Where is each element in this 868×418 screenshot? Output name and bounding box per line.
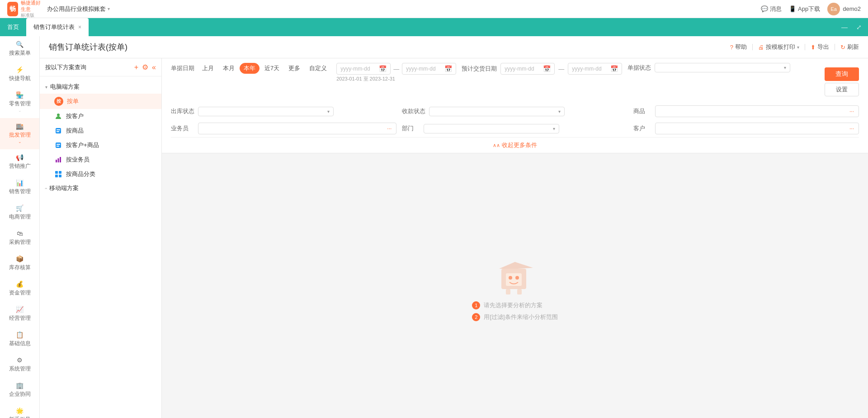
tab-close-icon[interactable]: × (78, 24, 81, 30)
tip1-num: 1 (472, 301, 480, 309)
collapse-bar[interactable]: ∧∧ 收起更多条件 (171, 137, 859, 153)
scheme-item-by-product[interactable]: 按商品 (40, 124, 161, 138)
scheme-item-by-cust-prod[interactable]: 按客户+商品 (40, 138, 161, 152)
sidebar-item-newbie[interactable]: 🌟 新手引导 (0, 403, 39, 418)
wholesale-arrow-icon: › (18, 142, 22, 143)
tab-sales-order[interactable]: 销售订单统计表 × (26, 18, 89, 36)
help-button[interactable]: ? 帮助 (730, 43, 747, 51)
date-last-month[interactable]: 上月 (198, 63, 218, 74)
message-button[interactable]: 💬 消息 (761, 5, 782, 13)
empty-state: 1 请先选择要分析的方案 2 用[过滤]条件来缩小分析范围 (162, 153, 868, 418)
scheme-item-by-order[interactable]: 按 按单 (40, 94, 161, 109)
refresh-button[interactable]: ↻ 刷新 (840, 43, 859, 51)
group-arrow-icon: ▾ (45, 85, 47, 90)
scheme-item-by-category[interactable]: 按商品分类 (40, 167, 161, 181)
sidebar-item-finance[interactable]: 💰 资金管理 (0, 276, 39, 301)
date-custom[interactable]: 自定义 (305, 63, 331, 74)
svg-rect-10 (55, 171, 58, 174)
tab-minimize-button[interactable]: — (839, 22, 850, 33)
salesperson-input[interactable]: ··· (198, 123, 396, 134)
date-from-input[interactable]: yyyy-mm-dd 📅 (336, 63, 391, 75)
tab-maximize-button[interactable]: ⤢ (854, 22, 864, 33)
payment-select[interactable]: ▾ (429, 107, 565, 116)
settings-button[interactable]: 设置 (825, 83, 859, 96)
product-more-icon[interactable]: ··· (849, 108, 854, 114)
page-actions: ? 帮助 🖨 按模板打印 ▾ ⬆ 导出 (730, 43, 859, 51)
collapse-button[interactable]: ∧∧ 收起更多条件 (493, 141, 537, 149)
svg-rect-8 (58, 158, 59, 162)
scheme-icon-by-customer (54, 112, 62, 120)
scheme-item-by-customer[interactable]: 按客户 (40, 109, 161, 124)
refresh-icon: ↻ (840, 44, 845, 51)
sidebar-item-system[interactable]: ⚙ 系统管理 (0, 352, 39, 377)
sidebar-quicknav[interactable]: ⚡ 快捷导航 (0, 62, 39, 87)
settings-scheme-button[interactable]: ⚙ (142, 63, 148, 71)
scheme-group-pc: ▾ 电脑端方案 按 按单 按客户 (40, 80, 161, 181)
logo-area: 畅 畅捷通好生意 标准版 (7, 0, 43, 18)
customer-more-icon[interactable]: ··· (849, 125, 854, 132)
add-scheme-button[interactable]: + (134, 63, 138, 71)
sidebar-item-enterprise[interactable]: 🏢 企业协同 (0, 377, 39, 403)
app-download-button[interactable]: 📱 App下载 (789, 5, 820, 13)
tab-bar-actions: — ⤢ (839, 22, 868, 33)
sidebar-item-retail[interactable]: 🏪 零售管理 › (0, 87, 39, 118)
collapse-icon: ∧∧ (493, 142, 500, 148)
template-print-button[interactable]: 🖨 按模板打印 ▾ (758, 43, 799, 51)
sidebar-item-ecommerce[interactable]: 🛒 电商管理 (0, 200, 39, 225)
divider2 (805, 44, 805, 50)
download-icon: 📱 (789, 5, 796, 12)
tab-home[interactable]: 首页 (0, 18, 26, 36)
shipment-select[interactable]: ▾ (198, 107, 334, 116)
workspace-select[interactable]: 办公用品行业模拟账套 ▾ (47, 5, 110, 13)
sidebar-item-sales[interactable]: 📊 销售管理 (0, 175, 39, 200)
svg-rect-5 (57, 144, 60, 145)
sidebar-item-operation[interactable]: 📈 经营管理 (0, 301, 39, 327)
product-input[interactable]: ··· (655, 105, 859, 117)
ecommerce-icon: 🛒 (16, 204, 24, 212)
salesperson-more-icon[interactable]: ··· (387, 125, 392, 132)
doc-status-select[interactable]: ▾ (655, 63, 790, 72)
action-buttons: 查询 设置 (817, 63, 859, 101)
scheme-icon-by-category (54, 170, 62, 178)
expected-from-cal-icon: 📅 (543, 65, 551, 72)
salesperson-label: 业务员 (171, 124, 194, 133)
payment-label: 收款状态 (402, 107, 425, 115)
date-label: 单据日期 (171, 64, 194, 72)
date-this-year[interactable]: 本年 (240, 63, 259, 74)
shipment-arrow-icon: ▾ (327, 109, 330, 114)
date-to-input[interactable]: yyyy-mm-dd 📅 (402, 63, 456, 75)
finance-icon: 💰 (16, 280, 24, 288)
newbie-icon: 🌟 (16, 407, 24, 414)
department-select[interactable]: ▾ (424, 124, 559, 133)
svg-rect-4 (56, 142, 61, 148)
shipment-label: 出库状态 (171, 107, 194, 115)
customer-input[interactable]: ··· (655, 123, 859, 134)
svg-rect-11 (59, 171, 61, 174)
query-button[interactable]: 查询 (825, 67, 859, 81)
svg-rect-9 (60, 157, 61, 162)
payment-arrow-icon: ▾ (558, 109, 561, 114)
date-more[interactable]: 更多 (284, 63, 304, 74)
sidebar-search[interactable]: 🔍 搜索菜单 (0, 36, 39, 62)
sidebar-item-inventory[interactable]: 📦 库存核算 (0, 251, 39, 276)
sidebar-item-basic[interactable]: 📋 基础信息 (0, 327, 39, 352)
date-range-display: yyyy-mm-dd 📅 — yyyy-mm-dd 📅 2023-01-01 至… (336, 63, 456, 82)
date-last-7days[interactable]: 近7天 (260, 63, 283, 74)
expected-to-cal-icon: 📅 (610, 65, 618, 72)
sidebar-item-wholesale[interactable]: 🏬 批发管理 › (0, 118, 39, 149)
retail-arrow-icon: › (18, 111, 22, 112)
scheme-group-mobile-header[interactable]: › 移动端方案 (40, 181, 161, 195)
customer-label: 客户 (633, 124, 651, 133)
scheme-group-pc-header[interactable]: ▾ 电脑端方案 (40, 80, 161, 94)
export-button[interactable]: ⬆ 导出 (811, 43, 829, 51)
collapse-panel-button[interactable]: « (152, 63, 156, 71)
expected-date-to-input[interactable]: yyyy-mm-dd 📅 (568, 63, 622, 75)
date-this-month[interactable]: 本月 (219, 63, 239, 74)
expected-date-label: 预计交货日期 (462, 65, 497, 73)
scheme-item-by-salesperson[interactable]: 按业务员 (40, 152, 161, 167)
user-area[interactable]: Ea demo2 (827, 3, 861, 15)
filter-customer: 客户 ··· (633, 123, 859, 134)
sidebar-item-purchase[interactable]: 🛍 采购管理 (0, 225, 39, 251)
sidebar-item-marketing[interactable]: 📢 营销推广 (0, 149, 39, 175)
expected-date-from-input[interactable]: yyyy-mm-dd 📅 (500, 63, 555, 75)
